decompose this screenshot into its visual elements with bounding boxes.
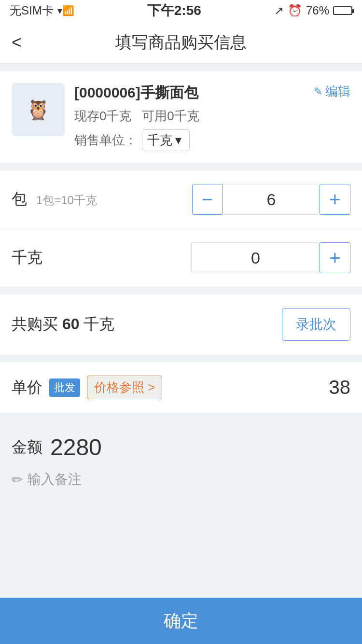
summary-row: 共购买 60 千克 录批次 [0,294,362,354]
product-logo: 🦉 [26,98,50,121]
bag-section: 包 1包=10千克 − + 千克 + [0,170,362,287]
kg-qty-control: + [191,242,350,273]
product-info: 🦉 [0000006]手撕面包 现存0千克 可用0千克 销售单位： 千克 ▾ [0,71,362,163]
price-section: 单价 批发 价格参照 > 38 [0,362,362,413]
alarm-icon: ⏰ [288,4,302,17]
unit-select[interactable]: 千克 ▾ [142,129,190,151]
confirm-button[interactable]: 确定 [0,598,362,644]
note-icon: ✏ [12,472,23,488]
product-name: [0000006]手撕面包 [74,83,350,103]
price-value: 38 [329,377,351,398]
wifi-icon: ▾📶 [57,5,74,16]
amount-value: 2280 [50,434,102,461]
page-title: 填写商品购买信息 [115,31,247,54]
summary-text: 共购买 60 千克 [12,314,114,335]
note-row[interactable]: ✏ 输入备注 [12,470,350,489]
product-section: 🦉 [0000006]手撕面包 现存0千克 可用0千克 销售单位： 千克 ▾ ✎ [0,71,362,163]
record-batch-button[interactable]: 录批次 [282,308,350,341]
bag-minus-button[interactable]: − [192,184,223,215]
kg-qty-input[interactable] [191,242,320,273]
bag-label: 包 1包=10千克 [12,189,192,210]
status-time: 下午2:56 [147,1,201,20]
status-left: 无SIM卡 ▾📶 [10,3,74,18]
kg-label: 千克 [12,247,191,268]
carrier-text: 无SIM卡 [10,3,54,18]
amount-label: 金额 [12,437,42,458]
back-button[interactable]: < [12,32,22,53]
bag-qty-control: − + [192,184,350,215]
bag-qty-input[interactable] [223,184,320,215]
note-placeholder: 输入备注 [28,470,82,489]
price-label: 单价 [12,377,42,398]
summary-section: 共购买 60 千克 录批次 [0,294,362,354]
battery-percent: 76% [306,4,329,17]
product-stock: 现存0千克 可用0千克 [74,108,350,125]
status-right: ↗ ⏰ 76% [274,4,352,17]
status-bar: 无SIM卡 ▾📶 下午2:56 ↗ ⏰ 76% [0,0,362,21]
product-unit-row: 销售单位： 千克 ▾ [74,129,350,151]
kg-plus-button[interactable]: + [320,242,350,273]
price-ref-button[interactable]: 价格参照 > [87,376,162,399]
amount-row: 金额 2280 [12,434,350,461]
bag-plus-button[interactable]: + [320,184,350,215]
amount-section: 金额 2280 ✏ 输入备注 [0,420,362,498]
battery-bar [333,6,352,15]
location-icon: ↗ [274,4,284,17]
kg-qty-row: 千克 + [0,229,362,287]
wholesale-badge: 批发 [49,378,80,397]
content-spacer [0,498,362,598]
bag-qty-row: 包 1包=10千克 − + [0,170,362,229]
product-thumbnail: 🦉 [12,83,65,136]
bag-sublabel: 1包=10千克 [36,194,97,207]
chevron-down-icon: ▾ [175,133,181,148]
edit-button[interactable]: ✎ 编辑 [314,83,350,100]
product-details: [0000006]手撕面包 现存0千克 可用0千克 销售单位： 千克 ▾ [74,83,350,151]
price-row: 单价 批发 价格参照 > 38 [12,376,350,399]
edit-icon: ✎ [314,85,322,98]
price-left: 单价 批发 价格参照 > [12,376,162,399]
nav-bar: < 填写商品购买信息 [0,21,362,64]
